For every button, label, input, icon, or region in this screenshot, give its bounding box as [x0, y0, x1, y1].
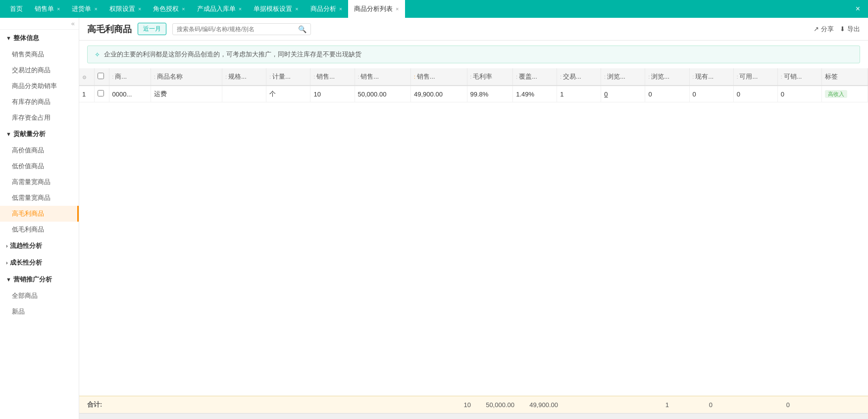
- nav-role-auth[interactable]: 角色授权 ×: [147, 0, 191, 18]
- sidebar-section-trend[interactable]: › 流趋性分析: [0, 237, 79, 254]
- close-permissions[interactable]: ×: [138, 6, 141, 12]
- info-icon: ✧: [95, 51, 100, 58]
- sidebar-item-high-value[interactable]: 高价值商品: [0, 142, 79, 158]
- sidebar-item-sales-goods[interactable]: 销售类商品: [0, 47, 79, 62]
- table-row: 1 0000... 运费 个 10 50,000.00 49,900.00 99…: [79, 86, 868, 102]
- horizontal-scrollbar[interactable]: [79, 413, 868, 419]
- sidebar-item-high-margin[interactable]: 高毛利商品: [0, 206, 79, 222]
- col-browse2[interactable]: :浏览...: [645, 68, 689, 86]
- share-button[interactable]: ↗ 分享: [814, 25, 834, 34]
- row-sales-profit: 49,900.00: [411, 86, 467, 102]
- nav-purchase-order[interactable]: 进货单 ×: [66, 0, 103, 18]
- sidebar-item-category-sales-rate[interactable]: 商品分类助销率: [0, 78, 79, 94]
- sidebar-item-new-goods[interactable]: 新品: [0, 304, 79, 320]
- close-product-analysis[interactable]: ×: [339, 6, 342, 12]
- row-tag: 高收入: [821, 86, 868, 102]
- row-browse1[interactable]: 0: [601, 86, 645, 102]
- nav-template-settings[interactable]: 单据模板设置 ×: [248, 0, 304, 18]
- table-header-row: ⚙ :商... :商品名称 :规格... :计量... :销售... :销售..…: [79, 68, 868, 86]
- sidebar-item-low-margin[interactable]: 低毛利商品: [0, 222, 79, 237]
- col-current-stock[interactable]: :现有...: [689, 68, 733, 86]
- col-available[interactable]: :可用...: [733, 68, 777, 86]
- sidebar-item-stock-capital[interactable]: 库存资金占用: [0, 110, 79, 126]
- close-purchase-order[interactable]: ×: [94, 6, 97, 12]
- col-spec[interactable]: :规格...: [222, 68, 266, 86]
- col-code[interactable]: :商...: [109, 68, 151, 86]
- nav-home[interactable]: 首页: [4, 0, 29, 18]
- sidebar-collapse-btn[interactable]: «: [0, 18, 79, 30]
- close-product-analysis-list[interactable]: ×: [396, 6, 399, 12]
- footer-totals: 合计: 10 50,000.00 49,900.00 1 0 0: [79, 396, 868, 413]
- sidebar-section-marketing[interactable]: ▼ 营销推广分析: [0, 271, 79, 288]
- sidebar-section-contribution[interactable]: ▼ 贡献量分析: [0, 126, 79, 142]
- close-sales-order[interactable]: ×: [57, 6, 60, 12]
- col-gross-margin[interactable]: :毛利率: [467, 68, 513, 86]
- page-title: 高毛利商品: [87, 23, 132, 35]
- row-unit: 个: [266, 86, 310, 102]
- sidebar: « ▼ 整体信息 销售类商品 交易过的商品 商品分类助销率 有库存的商品 库存资…: [0, 18, 79, 419]
- col-unit[interactable]: :计量...: [266, 68, 310, 86]
- nav-product-analysis-list[interactable]: 商品分析列表 ×: [348, 0, 405, 18]
- col-checkbox[interactable]: [94, 68, 109, 86]
- col-settings[interactable]: ⚙: [79, 68, 94, 86]
- content-area: 高毛利商品 近一月 🔍 ↗ 分享 ⬇ 导出 ✧ 企业的主要的利润都是这部分商品创…: [79, 18, 868, 419]
- section-arrow-overall: ▼: [6, 35, 11, 41]
- col-tag[interactable]: 标签: [821, 68, 868, 86]
- close-template-settings[interactable]: ×: [295, 6, 298, 12]
- row-checkbox[interactable]: [94, 86, 109, 102]
- footer-label: 合计:: [87, 400, 102, 409]
- select-all-checkbox[interactable]: [98, 73, 104, 79]
- col-sales-profit[interactable]: :销售...: [411, 68, 467, 86]
- col-saleable[interactable]: :可销...: [777, 68, 821, 86]
- search-input[interactable]: [177, 26, 298, 33]
- col-sales-amount[interactable]: :销售...: [355, 68, 411, 86]
- close-finished-goods[interactable]: ×: [239, 6, 242, 12]
- close-role-auth[interactable]: ×: [182, 6, 185, 12]
- sidebar-item-low-demand-wide[interactable]: 低需量宽商品: [0, 190, 79, 206]
- row-name: 运费: [151, 86, 222, 102]
- close-all-tabs[interactable]: ×: [852, 4, 864, 13]
- row-index: 1: [79, 86, 94, 102]
- section-arrow-marketing: ▼: [6, 277, 11, 282]
- row-current-stock: 0: [689, 86, 733, 102]
- footer-browse1: 0: [676, 401, 715, 409]
- row-saleable: 0: [777, 86, 821, 102]
- row-select-checkbox[interactable]: [98, 90, 104, 96]
- sidebar-section-overall[interactable]: ▼ 整体信息: [0, 30, 79, 47]
- col-name[interactable]: :商品名称: [151, 68, 222, 86]
- filter-recent-month[interactable]: 近一月: [138, 23, 166, 35]
- footer-transaction: 1: [632, 401, 672, 409]
- sidebar-item-all-goods[interactable]: 全部商品: [0, 288, 79, 304]
- section-arrow-trend: ›: [6, 243, 8, 249]
- nav-permissions[interactable]: 权限设置 ×: [103, 0, 147, 18]
- row-sales-qty: 10: [310, 86, 355, 102]
- nav-finished-goods[interactable]: 产成品入库单 ×: [191, 0, 248, 18]
- sidebar-section-growth[interactable]: › 成长性分析: [0, 254, 79, 271]
- data-table-container[interactable]: ⚙ :商... :商品名称 :规格... :计量... :销售... :销售..…: [79, 68, 868, 396]
- row-code[interactable]: 0000...: [109, 86, 151, 102]
- info-banner: ✧ 企业的主要的利润都是这部分商品创造的，可考虑加大推广，同时关注库存是不要出现…: [87, 46, 860, 63]
- export-button[interactable]: ⬇ 导出: [840, 25, 860, 34]
- section-arrow-contribution: ▼: [6, 131, 11, 137]
- sidebar-item-in-stock-goods[interactable]: 有库存的商品: [0, 94, 79, 110]
- footer-sales-qty: 10: [434, 401, 474, 409]
- sidebar-item-traded-goods[interactable]: 交易过的商品: [0, 62, 79, 78]
- col-coverage[interactable]: :覆盖...: [513, 68, 557, 86]
- row-browse2: 0: [645, 86, 689, 102]
- sidebar-item-low-value[interactable]: 低价值商品: [0, 158, 79, 174]
- share-icon: ↗: [814, 25, 819, 33]
- nav-product-analysis[interactable]: 商品分析 ×: [305, 0, 348, 18]
- search-box-container: 🔍: [172, 23, 311, 35]
- col-sales-qty[interactable]: :销售...: [310, 68, 355, 86]
- col-transaction[interactable]: :交易...: [557, 68, 601, 86]
- col-browse1[interactable]: :浏览...: [601, 68, 645, 86]
- product-table: ⚙ :商... :商品名称 :规格... :计量... :销售... :销售..…: [79, 68, 868, 102]
- search-icon[interactable]: 🔍: [298, 25, 306, 33]
- sidebar-item-high-demand-wide[interactable]: 高需量宽商品: [0, 174, 79, 190]
- section-arrow-growth: ›: [6, 260, 8, 266]
- row-sales-amount: 50,000.00: [355, 86, 411, 102]
- row-coverage: 1.49%: [513, 86, 557, 102]
- nav-sales-order[interactable]: 销售单 ×: [29, 0, 66, 18]
- row-available: 0: [733, 86, 777, 102]
- row-gross-margin: 99.8%: [467, 86, 513, 102]
